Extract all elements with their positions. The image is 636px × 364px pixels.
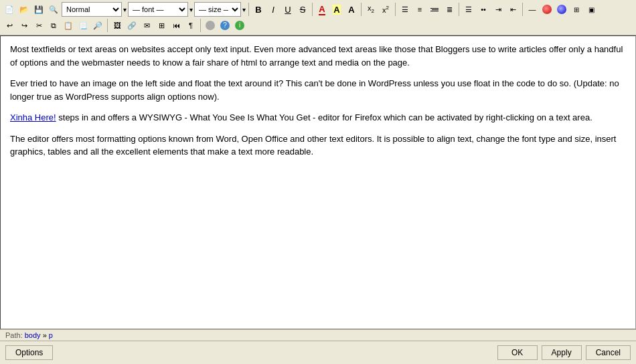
path-body[interactable]: body [25,331,41,339]
paragraph-3-suffix: steps in and offers a WYSIWYG - What You… [56,112,592,122]
undo-button[interactable]: ↩ [3,18,16,33]
justify-button[interactable]: ≣ [443,2,456,17]
font-color-button[interactable]: A [315,2,329,17]
save-button[interactable]: 💾 [32,2,46,17]
bottom-bar: Options OK Apply Cancel [0,341,636,364]
pilcrow-button[interactable]: ¶ [184,18,197,33]
ordered-list-button[interactable]: ☰ [462,2,475,17]
open-button[interactable]: 📂 [17,2,31,17]
help-button[interactable]: ? [218,18,232,33]
paragraph-2: Ever tried to have an image on the left … [10,77,626,103]
text-color-button2[interactable]: A [345,2,358,17]
paste-plain-button[interactable]: 📃 [76,18,90,33]
copy-button[interactable]: ⧉ [47,18,60,33]
toolbar-area: 📄 📂 💾 🔍 Normal ▾ — font — ▾ — size — ▾ B… [0,0,636,35]
size-dropdown-arrow: ▾ [242,6,246,13]
subscript-button[interactable]: x2 [364,2,378,17]
cut-button[interactable]: ✂ [32,18,46,33]
italic-button[interactable]: I [266,2,280,17]
separator-4 [395,3,396,16]
about-button[interactable]: i [233,18,246,33]
xinha-link[interactable]: Xinha Here! [10,112,56,122]
align-right-button[interactable] [428,2,441,17]
separator-2 [312,3,313,16]
statusbar: Path: body » p [0,329,636,341]
bottom-right-buttons: OK Apply Cancel [497,345,631,360]
unordered-list-button[interactable]: •• [477,2,490,17]
separator-1 [248,3,249,16]
font-dropdown-arrow: ▾ [189,6,193,13]
separator-6 [522,3,523,16]
separator-5 [459,3,459,16]
path-label: Path: [5,331,23,339]
about-icon: i [235,21,244,30]
superscript-button[interactable]: x2 [379,2,392,17]
prev-button[interactable]: ⏮ [169,18,183,33]
link-button[interactable]: 🔗 [125,18,139,33]
redo-button[interactable]: ↪ [17,18,31,33]
font-select[interactable]: — font — [128,2,188,17]
style-dropdown-arrow: ▾ [123,6,127,13]
paragraph-3: Xinha Here! steps in and offers a WYSIWY… [10,111,626,124]
toolbar-row-1: 📄 📂 💾 🔍 Normal ▾ — font — ▾ — size — ▾ B… [3,2,633,17]
path-p[interactable]: p [49,331,53,339]
path-separator: » [43,331,47,339]
ok-button[interactable]: OK [497,345,538,360]
table2-button[interactable]: ⊞ [155,18,168,33]
magnify-button[interactable]: 🔍 [47,2,60,17]
paste-button[interactable]: 📋 [62,18,75,33]
editor-content-area[interactable]: Most textfields or text areas on website… [0,35,636,329]
underline-button[interactable]: U [281,2,295,17]
bold-button[interactable]: B [252,2,265,17]
special-btn2[interactable] [555,2,568,17]
frame-button[interactable]: ▣ [584,2,598,17]
apply-button[interactable]: Apply [542,345,582,360]
toolbar-row-2: ↩ ↪ ✂ ⧉ 📋 📃 🔎 🖼 🔗 ✉ ⊞ ⏮ ¶ ? i [3,18,633,33]
indent-button[interactable]: ⇥ [491,2,505,17]
table-button[interactable]: ⊞ [570,2,583,17]
size-select[interactable]: — size — [194,2,241,17]
options-button[interactable]: Options [5,345,53,360]
outdent-button[interactable]: ⇤ [506,2,520,17]
image-button[interactable]: 🖼 [110,18,124,33]
align-center-button[interactable]: ≡ [413,2,426,17]
toggle-html-button[interactable] [204,18,217,33]
separator-8 [200,19,201,32]
align-left-button[interactable]: ☰ [398,2,412,17]
email-button[interactable]: ✉ [140,18,153,33]
separator-3 [361,3,362,16]
separator-7 [107,19,108,32]
strikethrough-button[interactable]: S [296,2,309,17]
find-button[interactable]: 🔎 [91,18,104,33]
red-circle-icon [542,5,552,14]
style-select[interactable]: Normal [62,2,122,17]
new-button[interactable]: 📄 [3,2,16,17]
hr-button[interactable]: — [526,2,539,17]
help-icon: ? [220,21,230,30]
special-btn1[interactable] [540,2,554,17]
toggle-icon [206,21,215,30]
paragraph-1: Most textfields or text areas on website… [10,43,626,69]
highlight-color-button[interactable]: A [330,2,343,17]
blue-circle-icon [557,5,566,14]
paragraph-4: The editor offers most formatting option… [10,132,626,159]
cancel-button[interactable]: Cancel [586,345,631,360]
